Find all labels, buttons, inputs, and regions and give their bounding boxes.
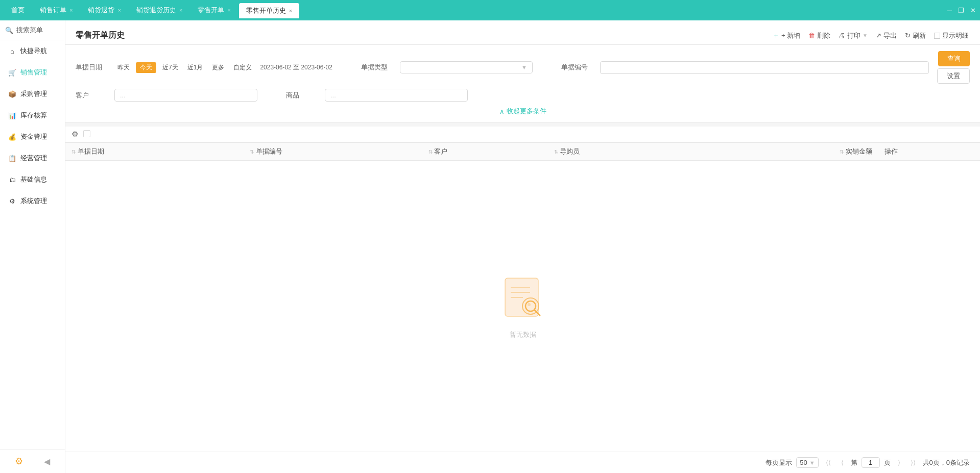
tab-home-label: 首页: [11, 6, 25, 15]
sidebar-item-purchase-label: 采购管理: [20, 89, 47, 98]
sidebar-search[interactable]: 🔍 搜索菜单: [0, 20, 65, 40]
system-icon: ⚙: [8, 197, 16, 205]
manage-icon: 📋: [8, 154, 16, 162]
sidebar-item-info[interactable]: 🗂 基础信息: [0, 169, 65, 190]
date-btn-more[interactable]: 更多: [209, 62, 227, 73]
sidebar-item-sales[interactable]: 🛒 销售管理: [0, 62, 65, 83]
last-page-button[interactable]: ⟩⟩: [907, 458, 919, 467]
goods-input[interactable]: ...: [325, 89, 468, 102]
minimize-button[interactable]: ─: [947, 7, 952, 14]
per-page-label: 每页显示: [766, 458, 792, 467]
tab-sales-return-history[interactable]: 销货退货历史 ×: [129, 3, 189, 18]
doc-no-input[interactable]: [600, 61, 929, 74]
tab-sales-return[interactable]: 销货退货 ×: [81, 3, 128, 18]
date-btn-1month[interactable]: 近1月: [184, 62, 206, 73]
export-button[interactable]: ↗ 导出: [875, 29, 898, 42]
client-input[interactable]: ...: [114, 89, 257, 102]
settings-icon[interactable]: ⚙: [15, 456, 23, 467]
empty-text: 暂无数据: [510, 330, 536, 339]
refresh-button[interactable]: ↻ 刷新: [904, 29, 927, 42]
tab-retail-order-history[interactable]: 零售开单历史 ×: [239, 3, 299, 18]
close-sales-return-history-icon[interactable]: ×: [179, 7, 182, 13]
display-detail-button[interactable]: 显示明细: [933, 29, 970, 42]
empty-state: 暂无数据: [65, 161, 980, 452]
sidebar-item-manage[interactable]: 📋 经营管理: [0, 147, 65, 169]
restore-button[interactable]: ❐: [958, 7, 964, 14]
table-settings-icon[interactable]: ⚙: [71, 130, 78, 139]
page-header: 零售开单历史 ＋ + 新增 🗑 删除 🖨 打印 ▼ ↗ 导出: [65, 20, 980, 45]
doc-type-select[interactable]: ▼: [400, 61, 533, 73]
search-icon: 🔍: [5, 27, 13, 34]
sort-icon-date[interactable]: ⇅: [71, 149, 76, 155]
next-page-button[interactable]: ⟩: [895, 458, 903, 467]
print-dropdown-icon: ▼: [863, 33, 868, 38]
sort-icon-client[interactable]: ⇅: [428, 149, 433, 155]
export-label: 导出: [883, 31, 897, 40]
page-title: 零售开单历史: [76, 30, 125, 41]
tab-retail-order[interactable]: 零售开单 ×: [190, 3, 237, 18]
col-salesperson: ⇅ 导购员: [548, 143, 700, 161]
goods-label: 商品: [286, 91, 317, 100]
data-table: ⇅ 单据日期 ⇅ 单据编号 ⇅ 客户 ⇅ 导购员: [65, 142, 980, 161]
tab-sales-order[interactable]: 销售订单 ×: [33, 3, 80, 18]
delete-button[interactable]: 🗑 删除: [807, 29, 831, 42]
filter-row-2: 客户 ... 商品 ...: [76, 89, 970, 102]
date-btn-yesterday[interactable]: 昨天: [114, 62, 133, 73]
sidebar-search-label: 搜索菜单: [16, 26, 43, 35]
close-retail-order-icon[interactable]: ×: [227, 7, 230, 13]
sort-icon-docno[interactable]: ⇅: [250, 149, 254, 155]
close-sales-order-icon[interactable]: ×: [69, 7, 73, 13]
first-page-button[interactable]: ⟨⟨: [823, 458, 834, 467]
table-header: ⇅ 单据日期 ⇅ 单据编号 ⇅ 客户 ⇅ 导购员: [65, 143, 980, 161]
select-all-checkbox[interactable]: [83, 130, 90, 137]
print-label: 打印: [847, 31, 861, 40]
total-info: 共0页，0条记录: [923, 458, 970, 467]
sort-icon-amount[interactable]: ⇅: [840, 149, 844, 155]
collapse-sidebar-icon[interactable]: ◀: [44, 457, 50, 466]
home-icon: ⌂: [8, 47, 16, 55]
sidebar-item-fund[interactable]: 💰 资金管理: [0, 126, 65, 147]
per-page-value: 50: [800, 459, 807, 466]
close-window-button[interactable]: ✕: [970, 7, 976, 14]
client-label: 客户: [76, 91, 106, 100]
sidebar-item-manage-label: 经营管理: [20, 154, 47, 163]
prev-page-button[interactable]: ⟨: [838, 458, 847, 467]
doc-no-dots: [606, 64, 608, 71]
col-amount-label: 实销金额: [846, 147, 872, 155]
page-number-input[interactable]: [862, 457, 880, 468]
date-buttons: 昨天 今天 近7天 近1月 更多 自定义 2023-06-02 至 2023-0…: [114, 62, 332, 73]
sidebar-item-purchase[interactable]: 📦 采购管理: [0, 83, 65, 105]
close-sales-return-icon[interactable]: ×: [117, 7, 121, 13]
svg-point-8: [528, 303, 531, 306]
col-amount: ⇅ 实销金额: [700, 143, 878, 161]
refresh-icon: ↻: [905, 32, 911, 39]
sort-icon-salesperson[interactable]: ⇅: [554, 149, 558, 155]
sidebar-item-sales-label: 销售管理: [20, 68, 47, 77]
per-page-select[interactable]: 50 ▼: [796, 457, 818, 468]
pagination: 每页显示 50 ▼ ⟨⟨ ⟨ 第 页 ⟩ ⟩⟩ 共0页，0条记录: [65, 452, 980, 473]
tab-sales-return-label: 销货退货: [88, 6, 114, 15]
tab-home[interactable]: 首页: [4, 3, 32, 18]
col-date-label: 单据日期: [78, 147, 104, 155]
set-button[interactable]: 设置: [937, 68, 970, 84]
delete-label: 删除: [817, 31, 830, 40]
date-btn-today[interactable]: 今天: [136, 62, 156, 73]
doc-type-dropdown-icon: ▼: [521, 64, 527, 70]
close-retail-order-history-icon[interactable]: ×: [289, 8, 292, 14]
print-button[interactable]: 🖨 打印 ▼: [838, 29, 869, 42]
tab-sales-order-label: 销售订单: [40, 6, 66, 15]
sidebar-item-system[interactable]: ⚙ 系统管理: [0, 190, 65, 212]
sidebar-item-quicknav[interactable]: ⌂ 快捷导航: [0, 40, 65, 62]
filter-collapse-btn[interactable]: ∧ 收起更多条件: [76, 107, 970, 116]
add-button[interactable]: ＋ + 新增: [772, 29, 801, 42]
table-area: ⚙ ⇅ 单据日期 ⇅ 单据编号: [65, 127, 980, 452]
delete-icon: 🗑: [808, 32, 815, 39]
query-button[interactable]: 查询: [938, 51, 970, 66]
date-btn-custom[interactable]: 自定义: [230, 62, 255, 73]
empty-icon: [492, 273, 554, 324]
date-btn-7days[interactable]: 近7天: [159, 62, 181, 73]
filter-row-1: 单据日期 昨天 今天 近7天 近1月 更多 自定义 2023-06-02 至 2…: [76, 51, 970, 84]
date-range-display: 2023-06-02 至 2023-06-02: [260, 63, 332, 72]
collapse-text: 收起更多条件: [507, 107, 546, 116]
sidebar-item-inventory[interactable]: 📊 库存核算: [0, 105, 65, 126]
